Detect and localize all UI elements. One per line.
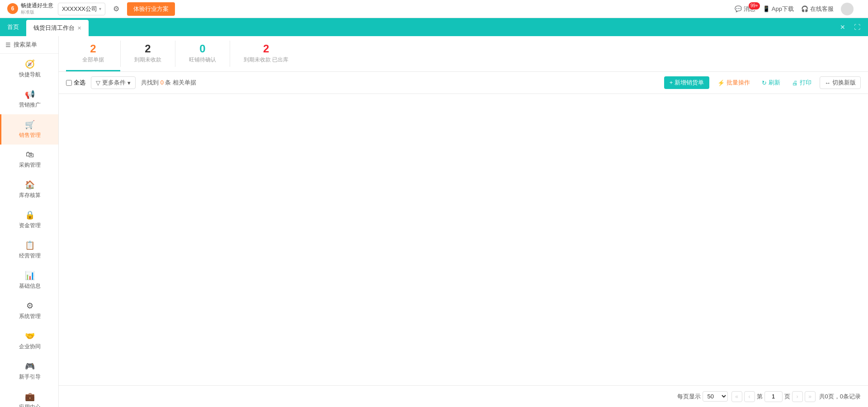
fullscreen-action[interactable]: ⛶ [852, 22, 863, 33]
message-btn[interactable]: 💬 消息 99+ [735, 5, 755, 13]
per-page-select[interactable]: 50 100 200 [703, 391, 728, 402]
top-bar: 6 畅捷通好生意 标准版 XXXXXX公司 ▾ ⚙ 体验行业方案 💬 消息 99… [0, 0, 868, 18]
basic-info-icon: 📊 [25, 271, 35, 281]
overdue-label: 到期未收款 [134, 56, 161, 64]
operations-icon: 📋 [25, 240, 35, 250]
batch-ops-btn[interactable]: ⚡ 批量操作 [714, 77, 754, 89]
sales-label: 销售管理 [19, 131, 41, 139]
logo-text: 畅捷通好生意 [21, 2, 53, 9]
logo-sub: 标准版 [21, 9, 53, 15]
settings-button[interactable]: ⚙ [110, 3, 123, 15]
quick-nav-icon: 🧭 [25, 59, 35, 69]
sidebar-item-purchase[interactable]: 🛍 采购管理 [0, 145, 58, 174]
found-prefix: 共找到 [141, 79, 159, 86]
sidebar-item-marketing[interactable]: 📢 营销推广 [0, 84, 58, 114]
operations-label: 经营管理 [19, 252, 41, 260]
per-page-label: 每页显示 [677, 393, 701, 401]
refresh-label: 刷新 [769, 79, 780, 87]
home-tab-label: 首页 [7, 23, 19, 31]
page-input[interactable] [764, 391, 783, 402]
sidebar-item-basic-info[interactable]: 📊 基础信息 [0, 265, 58, 295]
company-name: XXXXXX公司 [62, 5, 97, 13]
sidebar-item-capital[interactable]: 🔒 资金管理 [0, 205, 58, 235]
refresh-btn[interactable]: ↻ 刷新 [758, 77, 784, 89]
all-count: 2 [90, 42, 96, 55]
new-sales-btn[interactable]: + 新增销货单 [664, 76, 709, 89]
search-menu-label: 搜索菜单 [14, 41, 37, 49]
summary-card-undelivered[interactable]: 2 到期未收款 已出库 [230, 36, 302, 71]
sales-icon: 🛒 [25, 120, 35, 130]
top-bar-left: 6 畅捷通好生意 标准版 XXXXXX公司 ▾ ⚙ 体验行业方案 [7, 2, 175, 16]
sidebar-item-quick-nav[interactable]: 🧭 快捷导航 [0, 54, 58, 84]
company-selector[interactable]: XXXXXX公司 ▾ [58, 3, 105, 15]
sidebar-item-enterprise-coop[interactable]: 🤝 企业协同 [0, 326, 58, 356]
undelivered-count: 2 [263, 42, 269, 55]
switch-version-btn[interactable]: ↔ 切换新版 [820, 76, 861, 89]
toolbar-right: + 新增销货单 ⚡ 批量操作 ↻ 刷新 🖨 打印 ↔ 切换新版 [664, 76, 861, 89]
inventory-label: 库存核算 [19, 192, 41, 199]
last-page-btn[interactable]: » [805, 391, 816, 402]
avatar[interactable] [841, 3, 854, 15]
search-icon: ☰ [5, 42, 11, 48]
found-suffix: 条 相关单据 [165, 79, 196, 86]
select-all-checkbox[interactable]: 全选 [66, 79, 85, 87]
system-label: 系统管理 [19, 313, 41, 320]
app-center-icon: 💼 [25, 392, 35, 402]
tab-bar-actions: ✕ ⛶ [837, 22, 868, 33]
tab-workbench[interactable]: 钱货日清工作台 ✕ [26, 20, 89, 36]
capital-label: 资金管理 [19, 222, 41, 229]
service-icon: 🎧 [801, 5, 808, 12]
online-service-btn[interactable]: 🎧 在线客服 [801, 5, 834, 13]
more-filters-btn[interactable]: ▽ 更多条件 ▾ [91, 76, 136, 89]
select-all-input[interactable] [66, 80, 72, 86]
sidebar-item-app-center[interactable]: 💼 应用中心 [0, 386, 58, 407]
page-label2: 页 [784, 393, 790, 401]
page-label: 第 [757, 393, 763, 401]
guide-icon: 🎮 [25, 361, 35, 371]
purchase-label: 采购管理 [19, 161, 41, 169]
search-menu-btn[interactable]: ☰ 搜索菜单 [0, 36, 58, 54]
trial-btn[interactable]: 体验行业方案 [127, 2, 175, 16]
app-download-label: App下载 [772, 5, 794, 13]
page-size-select: 每页显示 50 100 200 [677, 391, 728, 402]
guide-label: 新手引导 [19, 373, 41, 381]
main-layout: ☰ 搜索菜单 🧭 快捷导航 📢 营销推广 🛒 销售管理 🛍 采购管理 🏠 库存核… [0, 36, 868, 407]
summary-card-all[interactable]: 2 全部单据 [66, 36, 120, 71]
total-info: 共0页，0条记录 [819, 393, 861, 401]
logo-area: 6 畅捷通好生意 标准版 [7, 2, 53, 15]
prev-page-btn[interactable]: ‹ [744, 391, 755, 402]
marketing-icon: 📢 [25, 89, 35, 99]
print-btn[interactable]: 🖨 打印 [788, 77, 815, 89]
marketing-label: 营销推广 [19, 101, 41, 109]
gear-icon: ⚙ [113, 5, 119, 13]
chevron-down-icon: ▾ [99, 6, 101, 11]
summary-cards: 2 全部单据 2 到期未收款 0 旺铺待确认 2 到期未收款 已出库 [59, 36, 868, 72]
overdue-count: 2 [145, 42, 151, 55]
summary-card-wangpu[interactable]: 0 旺铺待确认 [175, 36, 230, 71]
sidebar-item-operations[interactable]: 📋 经营管理 [0, 235, 58, 265]
page-nav: « ‹ 第 页 › » [731, 391, 816, 402]
system-icon: ⚙ [26, 301, 33, 311]
tab-close-icon[interactable]: ✕ [77, 25, 81, 31]
summary-card-overdue[interactable]: 2 到期未收款 [121, 36, 175, 71]
first-page-btn[interactable]: « [731, 391, 742, 402]
capital-icon: 🔒 [25, 210, 35, 220]
download-icon: 📱 [763, 5, 770, 12]
message-icon: 💬 [735, 5, 742, 12]
app-center-label: 应用中心 [19, 403, 41, 407]
enterprise-coop-label: 企业协同 [19, 343, 41, 351]
sidebar-item-inventory[interactable]: 🏠 库存核算 [0, 174, 58, 205]
sidebar-item-guide[interactable]: 🎮 新手引导 [0, 356, 58, 386]
content-area: 2 全部单据 2 到期未收款 0 旺铺待确认 2 到期未收款 已出库 [59, 36, 868, 407]
sidebar-item-system[interactable]: ⚙ 系统管理 [0, 295, 58, 326]
next-page-btn[interactable]: › [792, 391, 803, 402]
tab-home[interactable]: 首页 [0, 18, 26, 36]
sidebar-item-sales[interactable]: 🛒 销售管理 [0, 114, 58, 145]
quick-nav-label: 快捷导航 [19, 71, 41, 79]
refresh-icon: ↻ [762, 80, 767, 86]
app-download-btn[interactable]: 📱 App下载 [763, 5, 794, 13]
wangpu-count: 0 [199, 42, 205, 55]
close-tab-action[interactable]: ✕ [837, 22, 848, 33]
tab-bar: 首页 钱货日清工作台 ✕ ✕ ⛶ [0, 18, 868, 36]
top-bar-right: 💬 消息 99+ 📱 App下载 🎧 在线客服 [735, 3, 861, 15]
